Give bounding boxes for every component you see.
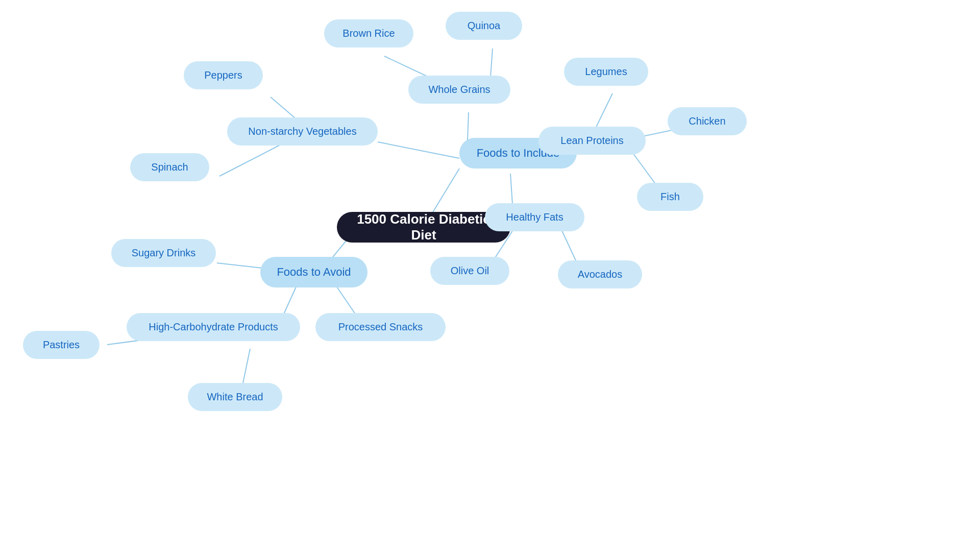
svg-line-19 [242, 349, 250, 386]
healthy-fats-node[interactable]: Healthy Fats [485, 203, 584, 231]
pastries-node[interactable]: Pastries [23, 331, 100, 359]
brown-rice-node[interactable]: Brown Rice [324, 19, 413, 47]
processed-snacks-node[interactable]: Processed Snacks [315, 313, 446, 341]
lean-proteins-node[interactable]: Lean Proteins [538, 127, 646, 155]
spinach-node[interactable]: Spinach [130, 153, 209, 181]
fish-node[interactable]: Fish [637, 183, 703, 211]
peppers-node[interactable]: Peppers [184, 61, 263, 89]
avocados-node[interactable]: Avocados [558, 260, 642, 288]
olive-oil-node[interactable]: Olive Oil [430, 257, 509, 285]
svg-line-9 [219, 142, 286, 176]
svg-line-3 [378, 142, 459, 158]
white-bread-node[interactable]: White Bread [188, 383, 282, 411]
high-carb-node[interactable]: High-Carbohydrate Products [127, 313, 300, 341]
sugary-drinks-node[interactable]: Sugary Drinks [111, 239, 216, 267]
quinoa-node[interactable]: Quinoa [446, 12, 522, 40]
non-starchy-veg-node[interactable]: Non-starchy Vegetables [227, 117, 378, 146]
chicken-node[interactable]: Chicken [668, 107, 747, 135]
foods-to-avoid-node[interactable]: Foods to Avoid [260, 257, 368, 287]
whole-grains-node[interactable]: Whole Grains [408, 76, 510, 104]
center-node[interactable]: 1500 Calorie Diabetic Diet [337, 212, 510, 243]
legumes-node[interactable]: Legumes [564, 58, 648, 86]
